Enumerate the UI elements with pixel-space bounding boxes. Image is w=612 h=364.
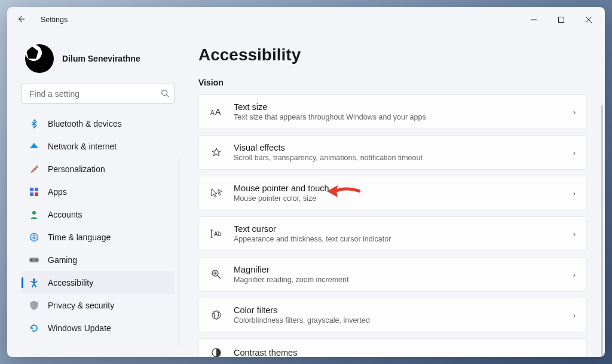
chevron-right-icon: › <box>573 270 576 279</box>
shield-icon <box>29 300 39 311</box>
chevron-right-icon: › <box>573 189 576 198</box>
sidebar-item-label: Accessibility <box>48 278 93 287</box>
sidebar-item-time-language[interactable]: Time & language <box>22 226 175 249</box>
close-button[interactable] <box>575 10 602 29</box>
apps-icon <box>29 186 39 197</box>
svg-rect-4 <box>30 192 33 196</box>
chevron-right-icon: › <box>573 148 576 157</box>
person-icon <box>29 209 39 220</box>
text-size-icon: AA <box>210 105 223 118</box>
avatar <box>25 44 54 73</box>
card-title: Contrast themes <box>234 348 576 357</box>
page-title: Accessibility <box>198 45 587 65</box>
svg-point-16 <box>213 313 214 314</box>
gamepad-icon <box>29 255 39 265</box>
svg-text:Ab: Ab <box>214 231 222 237</box>
update-icon <box>29 323 39 334</box>
svg-point-6 <box>32 211 36 215</box>
card-text-size[interactable]: AA Text size Text size that appears thro… <box>198 94 587 129</box>
sidebar-item-label: Gaming <box>48 255 77 265</box>
sidebar-item-label: Bluetooth & devices <box>48 119 122 129</box>
card-title: Mouse pointer and touch <box>234 183 562 193</box>
wifi-icon <box>29 141 39 152</box>
sidebar-item-label: Time & language <box>48 233 111 242</box>
card-subtitle: Magnifier reading, zoom increment <box>234 276 562 284</box>
card-subtitle: Text size that appears throughout Window… <box>234 113 562 121</box>
sidebar-item-network[interactable]: Network & internet <box>22 135 175 158</box>
svg-rect-0 <box>559 17 564 23</box>
card-subtitle: Colorblindness filters, grayscale, inver… <box>234 316 562 325</box>
svg-rect-2 <box>30 188 33 191</box>
chevron-right-icon: › <box>573 230 576 238</box>
nav-divider <box>179 157 179 346</box>
svg-point-18 <box>218 312 219 313</box>
mouse-pointer-icon <box>210 186 223 200</box>
globe-icon <box>29 232 39 243</box>
svg-point-1 <box>162 90 167 95</box>
search-box[interactable] <box>22 84 175 104</box>
visual-effects-icon <box>210 146 223 159</box>
sidebar-item-windows-update[interactable]: Windows Update <box>22 317 175 339</box>
magnifier-icon <box>210 268 223 281</box>
bluetooth-icon <box>29 118 39 129</box>
svg-rect-3 <box>35 188 38 191</box>
svg-rect-8 <box>29 258 39 262</box>
accessibility-icon <box>29 277 39 288</box>
sidebar-item-label: Apps <box>48 187 67 197</box>
profile[interactable]: Dilum Senevirathne <box>25 44 175 73</box>
text-cursor-icon: Ab <box>210 227 223 240</box>
chevron-right-icon: › <box>573 108 576 117</box>
sidebar-item-personalization[interactable]: Personalization <box>22 158 175 181</box>
minimize-button[interactable] <box>520 10 547 29</box>
card-subtitle: Appearance and thickness, text cursor in… <box>234 235 562 243</box>
card-mouse-pointer[interactable]: Mouse pointer and touch Mouse pointer co… <box>198 176 587 210</box>
search-icon <box>161 89 169 99</box>
sidebar-item-label: Privacy & security <box>48 301 114 310</box>
sidebar-item-gaming[interactable]: Gaming <box>22 249 175 271</box>
svg-text:A: A <box>215 107 221 117</box>
settings-window: Settings Dilum Senevirathne <box>7 7 605 357</box>
card-subtitle: Scroll bars, transparency, animations, n… <box>234 154 562 162</box>
chevron-right-icon: › <box>573 311 576 320</box>
color-filters-icon <box>210 308 223 322</box>
nav-list: Bluetooth & devices Network & internet P… <box>22 112 179 357</box>
sidebar-item-accounts[interactable]: Accounts <box>22 203 175 226</box>
card-title: Text size <box>234 102 562 112</box>
sidebar-item-privacy[interactable]: Privacy & security <box>22 294 175 317</box>
sidebar-item-apps[interactable]: Apps <box>22 181 175 203</box>
sidebar-item-bluetooth[interactable]: Bluetooth & devices <box>22 112 175 135</box>
sidebar-item-label: Network & internet <box>48 142 117 151</box>
user-name: Dilum Senevirathne <box>62 54 140 63</box>
search-input[interactable] <box>29 89 161 99</box>
sidebar-item-label: Windows Update <box>48 323 111 333</box>
sidebar: Dilum Senevirathne Bluetooth & devices <box>7 32 182 357</box>
brush-icon <box>29 164 39 175</box>
card-title: Text cursor <box>234 224 562 234</box>
card-text-cursor[interactable]: Ab Text cursor Appearance and thickness,… <box>198 216 587 251</box>
card-color-filters[interactable]: Color filters Colorblindness filters, gr… <box>198 298 587 332</box>
sidebar-item-accessibility[interactable]: Accessibility <box>22 271 175 294</box>
content-area: Accessibility Vision AA Text size Text s… <box>182 32 605 357</box>
sidebar-item-label: Accounts <box>48 210 82 219</box>
card-title: Magnifier <box>234 265 562 274</box>
section-label: Vision <box>198 78 587 87</box>
titlebar: Settings <box>7 7 605 32</box>
sidebar-item-label: Personalization <box>48 164 105 174</box>
card-subtitle: Mouse pointer color, size <box>234 194 562 203</box>
contrast-icon <box>210 346 223 357</box>
card-magnifier[interactable]: Magnifier Magnifier reading, zoom increm… <box>198 257 587 292</box>
card-visual-effects[interactable]: Visual effects Scroll bars, transparency… <box>198 135 587 170</box>
card-title: Visual effects <box>234 143 562 152</box>
svg-point-9 <box>31 259 32 261</box>
window-title: Settings <box>41 16 68 24</box>
card-contrast-themes[interactable]: Contrast themes <box>198 338 587 357</box>
scrollbar[interactable] <box>601 105 603 356</box>
svg-rect-5 <box>35 192 38 196</box>
svg-point-17 <box>214 316 215 317</box>
back-button[interactable] <box>17 15 33 25</box>
svg-point-10 <box>36 259 37 261</box>
maximize-button[interactable] <box>547 10 575 29</box>
card-title: Color filters <box>234 305 562 315</box>
svg-text:A: A <box>210 109 215 116</box>
